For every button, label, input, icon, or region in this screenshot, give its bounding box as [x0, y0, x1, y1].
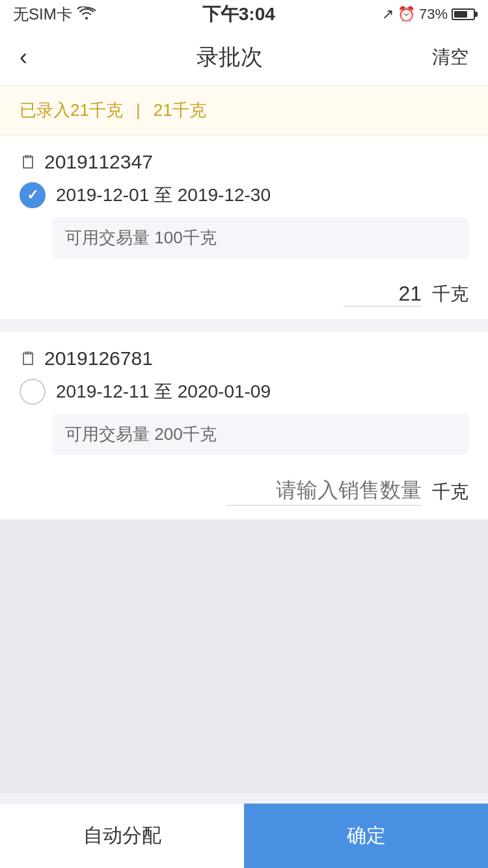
batch-date-2: 2019-12-11 至 2020-01-09: [56, 379, 271, 404]
batch-card-2: 🗒 2019126781 2019-12-11 至 2020-01-09 可用交…: [0, 332, 488, 519]
status-time: 下午3:04: [202, 2, 275, 27]
batch-id-1: 2019112347: [44, 151, 153, 173]
nav-bar: ‹ 录批次 清空: [0, 29, 488, 86]
back-button[interactable]: ‹: [20, 44, 27, 71]
alarm-icon: ⏰: [398, 6, 415, 23]
quantity-row-1: 千克: [0, 269, 488, 320]
confirm-label: 确定: [347, 822, 386, 849]
auto-distribute-label: 自动分配: [83, 822, 161, 849]
batch-card-1: 🗒 2019112347 2019-12-01 至 2019-12-30 可用交…: [0, 135, 488, 320]
available-row-2: 可用交易量 200千克: [52, 414, 468, 455]
confirm-button[interactable]: 确定: [244, 804, 488, 868]
batch-doc-icon-1: 🗒: [20, 152, 38, 173]
available-row-1: 可用交易量 100千克: [52, 217, 468, 258]
recorded-value: 21千克: [154, 99, 206, 122]
input-unit-2: 千克: [432, 480, 468, 504]
batch-row-1[interactable]: 2019-12-01 至 2019-12-30: [0, 178, 488, 212]
quantity-line-1: [344, 282, 422, 306]
batch-id-2: 2019126781: [44, 347, 153, 370]
battery-percent: 73%: [419, 6, 448, 23]
radio-unchecked-2[interactable]: [20, 379, 46, 405]
wifi-icon: [77, 5, 96, 23]
batch-doc-icon-2: 🗒: [20, 348, 38, 370]
location-icon: ↗: [382, 6, 394, 23]
recorded-label: 已录入21千克: [20, 99, 123, 122]
batch-date-1: 2019-12-01 至 2019-12-30: [56, 183, 271, 208]
gray-area: [0, 520, 488, 793]
quantity-unit-1: 千克: [432, 282, 468, 306]
quantity-input-1[interactable]: [344, 282, 422, 306]
info-divider: |: [136, 100, 141, 120]
page-title: 录批次: [197, 42, 263, 72]
status-bar: 无SIM卡 下午3:04 ↗ ⏰ 73%: [0, 0, 488, 29]
bottom-bar: 自动分配 确定: [0, 803, 488, 868]
radio-checked-1[interactable]: [20, 182, 46, 208]
carrier-label: 无SIM卡: [13, 4, 72, 25]
batch-header-2: 🗒 2019126781: [0, 332, 488, 375]
input-underline-2: [226, 478, 422, 506]
separator-1: [0, 321, 488, 332]
battery-icon: [452, 8, 475, 20]
available-text-2: 可用交易量 200千克: [65, 424, 217, 444]
quantity-input-2[interactable]: [252, 478, 422, 502]
batch-header-1: 🗒 2019112347: [0, 135, 488, 178]
auto-distribute-button[interactable]: 自动分配: [0, 804, 244, 868]
status-right: ↗ ⏰ 73%: [382, 6, 475, 23]
info-banner: 已录入21千克 | 21千克: [0, 86, 488, 135]
input-row-2: 千克: [0, 465, 488, 519]
available-text-1: 可用交易量 100千克: [65, 228, 217, 247]
status-left: 无SIM卡: [13, 4, 96, 25]
clear-button[interactable]: 清空: [432, 45, 468, 70]
batch-row-2[interactable]: 2019-12-11 至 2020-01-09: [0, 375, 488, 409]
